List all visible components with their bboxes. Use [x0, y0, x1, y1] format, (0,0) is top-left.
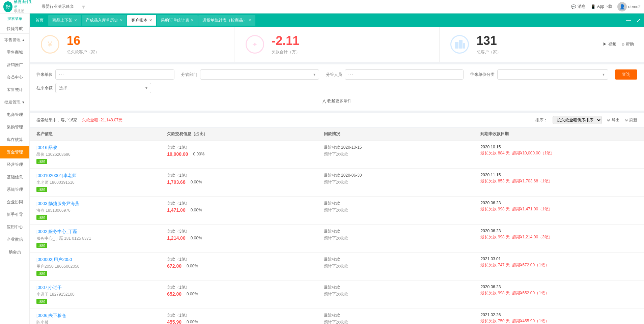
- repay-date-1: 最近收款 2020-10-15: [324, 145, 481, 150]
- sort-select[interactable]: 按欠款金额倒序排序: [553, 116, 602, 124]
- sidebar-item-operation[interactable]: 经营管理: [0, 158, 29, 171]
- debt-count-2: 欠款（1笔）: [167, 173, 324, 178]
- tab-purchase-goods-close[interactable]: ×: [249, 18, 251, 23]
- col-header-customer: 客户信息: [36, 131, 167, 137]
- sidebar-item-system[interactable]: 系统管理: [0, 183, 29, 196]
- customer-detail-4: 服务中心_丁磊 181 0125 8371: [36, 236, 167, 241]
- customer-name-5[interactable]: [000002]用户2050: [36, 257, 167, 263]
- stat-info-total: 131 总客户（家）: [477, 34, 501, 55]
- from-unit-label: 往来单位: [36, 72, 53, 78]
- content-area: 首页 商品上下架 × 产成品入库单历史 × 客户账本 × 采购订单统计表 ×: [30, 13, 644, 324]
- table-row: [0006]去下粮仓 陈小希 现销 欠款（1笔） 455.90 0.00%: [30, 308, 644, 324]
- result-info: 搜索结果中，客户16家 欠款金额 -21,148.07元: [36, 117, 122, 123]
- export-icon: ⊙: [607, 118, 610, 122]
- tab-minimize-btn[interactable]: —: [624, 17, 633, 24]
- top-actions: 💬 消息 📱 App下载 👤 demo2: [571, 2, 641, 11]
- help-btn[interactable]: ⊙ 帮助: [621, 41, 634, 47]
- repay-info-1: 最近收款 2020-10-15 预计下次收款: [324, 145, 481, 157]
- customer-info-5: [000002]用户2050 用户2050 18665062050 现销: [36, 257, 167, 276]
- repay-next-4: 预计下次收款: [324, 235, 481, 241]
- customer-info-1: [0016]昂俊 昂俊 13026203696 现销: [36, 145, 167, 164]
- sidebar-item-retail-mgmt[interactable]: 零售管理▲: [0, 34, 29, 46]
- sidebar-item-wholesale-mgmt[interactable]: 批发管理▼: [0, 96, 29, 109]
- debt-ratio-3: 0.00%: [191, 208, 202, 212]
- repay-info-6: 最近收款 预计下次收款: [324, 285, 481, 297]
- tab-stock[interactable]: 产成品入库单历史 ×: [82, 15, 127, 26]
- app-download-btn[interactable]: 📱 App下载: [591, 4, 612, 9]
- tab-purchase-goods[interactable]: 进货单统计表（按商品） ×: [198, 15, 255, 26]
- view-btn[interactable]: ▶ 视频: [603, 41, 616, 47]
- tab-stock-close[interactable]: ×: [120, 18, 122, 23]
- sidebar-item-retail-mall[interactable]: 零售商城: [0, 46, 29, 59]
- manager-input[interactable]: ···: [345, 69, 464, 80]
- tab-goods-close[interactable]: ×: [74, 18, 77, 23]
- unit-category-select[interactable]: ▾: [497, 69, 608, 80]
- tab-customer-account[interactable]: 客户账本 ×: [127, 15, 156, 26]
- tab-goods[interactable]: 商品上下架 ×: [48, 15, 81, 26]
- debt-info-1: 欠款（1笔） 10,000.00 0.00%: [167, 145, 324, 157]
- customer-name-3[interactable]: [0003]畅捷服务尹海燕: [36, 201, 167, 207]
- filter-from-unit: 往来单位 ···: [36, 69, 174, 80]
- customer-name-2[interactable]: [0001020001]李老师: [36, 173, 167, 179]
- export-btn[interactable]: ⊙ 导出: [607, 117, 619, 123]
- sidebar-item-guide[interactable]: 新手引导: [0, 208, 29, 221]
- customer-name-6[interactable]: [0007]小迸干: [36, 285, 167, 291]
- dept-select[interactable]: ▾: [200, 69, 319, 80]
- tab-purchase-close[interactable]: ×: [191, 18, 194, 23]
- refresh-btn[interactable]: ⊙ 刷新: [625, 117, 637, 123]
- col-header-debt: 欠款交易信息（占比）: [167, 131, 324, 137]
- sidebar-item-app-center[interactable]: 应用中心: [0, 221, 29, 233]
- customer-name-7[interactable]: [0006]去下粮仓: [36, 313, 167, 319]
- tab-stock-label: 产成品入库单历史: [86, 18, 118, 23]
- svg-rect-2: [463, 43, 465, 49]
- collapse-btn[interactable]: ⋀ 收起更多条件: [36, 96, 637, 106]
- balance-select[interactable]: 选择... ▾: [55, 83, 151, 93]
- sidebar-item-retail-stat[interactable]: 零售统计: [0, 84, 29, 96]
- filter-row-1: 往来单位 ··· 分管部门 ▾: [36, 69, 637, 80]
- sidebar-item-member2[interactable]: 畅会员: [0, 246, 29, 258]
- sidebar-item-collab[interactable]: 企业协同: [0, 196, 29, 208]
- debt-amount-1: 10,000.00: [167, 151, 188, 157]
- sidebar-item-inventory[interactable]: 库存核算: [0, 134, 29, 146]
- repay-info-2: 最近收款 2020-06-30 预计下次收款: [324, 173, 481, 185]
- sidebar-item-marketing[interactable]: 营销推广: [0, 59, 29, 71]
- message-btn[interactable]: 💬 消息: [571, 4, 586, 9]
- collapse-label: 收起更多条件: [327, 98, 352, 104]
- dept-label: 分管部门: [181, 72, 197, 78]
- sidebar-item-basic-info[interactable]: 基础信息: [0, 171, 29, 183]
- due-info-7: 2021.02.26 最长欠款 750 天 超期¥455.90（1笔）: [480, 313, 637, 324]
- sidebar-item-purchase[interactable]: 采购管理: [0, 121, 29, 134]
- search-button[interactable]: 查询: [615, 69, 637, 80]
- customer-info-7: [0006]去下粮仓 陈小希 现销: [36, 313, 167, 324]
- user-avatar-btn[interactable]: 👤 demo2: [617, 2, 641, 11]
- customer-name-4[interactable]: [0002]服务中心_丁磊: [36, 229, 167, 235]
- tab-home[interactable]: 首页: [31, 15, 48, 26]
- sidebar-quick-nav[interactable]: 快捷导航: [0, 24, 29, 34]
- sidebar-item-wechat[interactable]: 企业微信: [0, 233, 29, 246]
- stat-info-debt: -2.11 欠款合计（万）: [272, 34, 300, 55]
- sidebar-item-member[interactable]: 会员中心: [0, 71, 29, 84]
- due-overdue-2: 最长欠款 853 天 超期¥1,703.68（1笔）: [480, 178, 637, 184]
- sidebar-item-ecommerce[interactable]: 电商管理: [0, 109, 29, 121]
- sidebar-item-finance[interactable]: 资金管理: [0, 146, 29, 158]
- sidebar-search[interactable]: 搜索菜单: [0, 13, 29, 24]
- top-bar: 好 畅捷通好生意 示范版 母婴行业演示账套 ▾ 💬 消息 📱 App下载 👤: [0, 0, 644, 13]
- repay-date-2: 最近收款 2020-06-30: [324, 173, 481, 178]
- main-area: 搜索菜单 快捷导航 零售管理▲ 零售商城 营销推广 会员中心 零售统计 批发管理…: [0, 13, 644, 324]
- filter-manager: 分管人员 ···: [326, 69, 464, 80]
- debt-amount-label: 欠款合计（万）: [272, 49, 300, 55]
- due-date-2: 2020.11.15: [480, 173, 637, 177]
- customer-tag-4: 现销: [36, 243, 47, 248]
- tab-customer-close[interactable]: ×: [149, 18, 152, 23]
- debt-ratio-7: 0.00%: [187, 320, 198, 324]
- industry-label: 母婴行业演示账套: [36, 4, 79, 9]
- debt-count-5: 欠款（1笔）: [167, 257, 324, 262]
- app-subtitle: 示范版: [14, 9, 33, 13]
- debt-count-7: 欠款（1笔）: [167, 313, 324, 318]
- customer-tag-3: 现销: [36, 215, 47, 220]
- customer-name-1[interactable]: [0016]昂俊: [36, 145, 167, 151]
- from-unit-input[interactable]: ···: [55, 69, 174, 80]
- tab-expand-btn[interactable]: ⤢: [635, 17, 642, 24]
- tab-purchase-order[interactable]: 采购订单统计表 ×: [157, 15, 198, 26]
- debt-ratio-4: 0.00%: [191, 236, 202, 240]
